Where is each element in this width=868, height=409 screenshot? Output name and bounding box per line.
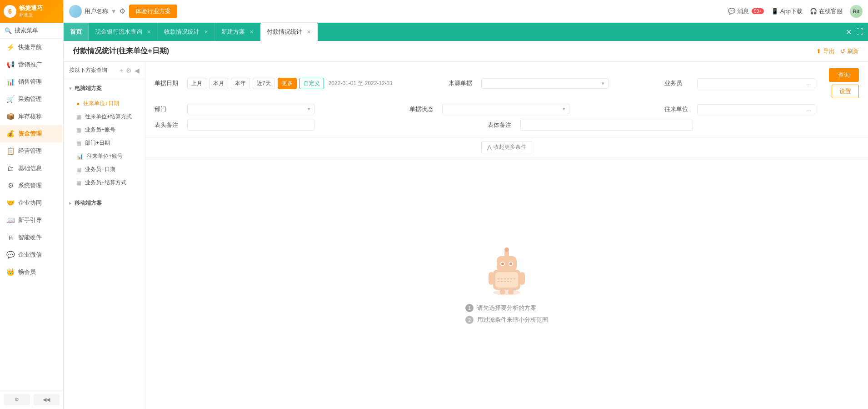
scheme-collapse-icon[interactable]: ◀ xyxy=(135,67,140,74)
voucher-status-label: 单据状态 xyxy=(409,105,435,113)
scheme-add-icon[interactable]: + xyxy=(120,67,123,74)
svg-rect-4 xyxy=(519,272,525,285)
chevron-down-icon[interactable]: ▾ xyxy=(112,7,115,15)
date-last-7days[interactable]: 近7天 xyxy=(253,78,275,89)
guide-icon: 📖 xyxy=(6,216,15,224)
tab-income-label: 收款情况统计 xyxy=(164,28,200,36)
topbar-settings-icon[interactable]: ⚙ xyxy=(119,7,125,15)
body-note-input[interactable] xyxy=(520,120,693,131)
tip-num-1: 1 xyxy=(465,304,474,312)
partner-select[interactable]: … xyxy=(697,104,815,114)
guide-label: 新手引导 xyxy=(18,216,42,224)
edition-label: 标准版 xyxy=(19,12,43,18)
system-icon: ⚙ xyxy=(6,182,15,190)
date-this-month[interactable]: 本月 xyxy=(209,78,228,89)
mobile-group-header[interactable]: ▸ 移动端方案 xyxy=(64,197,145,210)
notification-action[interactable]: 💬 消息 99+ xyxy=(728,7,764,15)
tab-new-scheme[interactable]: 新建方案 ✕ xyxy=(215,23,260,41)
tab-payment[interactable]: 付款情况统计 ✕ xyxy=(260,23,318,41)
desktop-chevron-icon: ▾ xyxy=(69,86,72,91)
tab-close-all-icon[interactable]: ✕ xyxy=(846,28,852,36)
tab-bank[interactable]: 现金银行流水查询 ✕ xyxy=(89,23,158,41)
scheme-item-label-5: 业务员+日期 xyxy=(85,166,115,173)
desktop-group-header[interactable]: ▾ 电脑端方案 xyxy=(64,82,145,95)
sidebar-item-enterprise[interactable]: 🤝 企业协同 xyxy=(0,194,63,212)
refresh-action[interactable]: ↺ 刷新 xyxy=(840,47,859,56)
svg-point-14 xyxy=(504,247,509,252)
tab-bar: 首页 现金银行流水查询 ✕ 收款情况统计 ✕ 新建方案 ✕ 付款情况统计 ✕ ✕… xyxy=(64,23,868,41)
scheme-item-partner-account[interactable]: 📊 往来单位+账号 xyxy=(64,150,145,163)
sidebar-item-sales[interactable]: 📊 销售管理 xyxy=(0,73,63,91)
sidebar-item-guide[interactable]: 📖 新手引导 xyxy=(0,212,63,229)
scheme-item-icon-2: ▦ xyxy=(76,127,81,133)
enterprise-label: 企业协同 xyxy=(18,199,42,207)
sidebar-item-hardware[interactable]: 🖥 智能硬件 xyxy=(0,229,63,246)
sidebar-settings-btn[interactable]: ⚙ xyxy=(4,394,30,405)
tab-income[interactable]: 收款情况统计 ✕ xyxy=(158,23,215,41)
scheme-item-staff-settle[interactable]: ▦ 业务员+结算方式 xyxy=(64,176,145,189)
tab-home[interactable]: 首页 xyxy=(64,23,89,41)
header-note-input[interactable] xyxy=(187,120,314,131)
sidebar-collapse-btn[interactable]: ◀◀ xyxy=(34,394,60,405)
tab-bank-close[interactable]: ✕ xyxy=(147,29,151,35)
refresh-label: 刷新 xyxy=(847,47,859,56)
sidebar-item-operations[interactable]: 📋 经营管理 xyxy=(0,142,63,160)
scheme-item-staff-date[interactable]: ▦ 业务员+日期 xyxy=(64,163,145,176)
date-this-year[interactable]: 本年 xyxy=(231,78,250,89)
sidebar-item-finance[interactable]: 💰 资金管理 xyxy=(0,125,63,142)
logo-text-block: 畅捷通巧 标准版 xyxy=(19,5,43,18)
scheme-item-dept-date[interactable]: ▦ 部门+日期 xyxy=(64,136,145,150)
sidebar: 6 畅捷通巧 标准版 🔍 搜索菜单 ⚡ 快捷导航 📢 营销推广 📊 销售管理 xyxy=(0,0,64,409)
tab-income-close[interactable]: ✕ xyxy=(204,29,208,35)
sidebar-item-basic-info[interactable]: 🗂 基础信息 xyxy=(0,160,63,177)
empty-tips: 1 请先选择要分析的方案 2 用过滤条件来缩小分析范围 xyxy=(465,304,548,324)
topbar-avatar[interactable]: Rit xyxy=(850,5,863,18)
sidebar-item-wechat[interactable]: 💬 企业微信 xyxy=(0,246,63,263)
header-note-label: 表头备注 xyxy=(155,121,180,129)
enterprise-icon: 🤝 xyxy=(6,199,15,207)
staff-select[interactable]: … xyxy=(697,78,815,88)
purchase-label: 采购管理 xyxy=(18,95,42,103)
app-download-action[interactable]: 📱 App下载 xyxy=(771,7,803,15)
collapse-btn[interactable]: ⋀ 收起更多条件 xyxy=(481,141,532,153)
basic-info-label: 基础信息 xyxy=(18,164,42,172)
sidebar-item-system[interactable]: ⚙ 系统管理 xyxy=(0,177,63,194)
user-avatar xyxy=(69,5,82,18)
service-action[interactable]: 🎧 在线客服 xyxy=(810,7,843,15)
date-options: 上月 本月 本年 近7天 更多 自定义 2022-01-01 至 2022-12… xyxy=(187,78,393,89)
voucher-status-select[interactable]: ▾ xyxy=(442,104,569,114)
dept-select[interactable]: ▾ xyxy=(187,104,314,114)
desktop-scheme-group: ▾ 电脑端方案 ● 往来单位+日期 ▦ 往来单位+结算方式 xyxy=(64,79,145,194)
tip-num-2: 2 xyxy=(465,316,474,324)
scheme-settings-icon[interactable]: ⚙ xyxy=(126,67,132,74)
operations-label: 经营管理 xyxy=(18,147,42,155)
sidebar-item-member[interactable]: 👑 畅会员 xyxy=(0,263,63,281)
marketing-icon: 📢 xyxy=(6,61,15,69)
sidebar-item-purchase[interactable]: 🛒 采购管理 xyxy=(0,91,63,108)
trial-btn[interactable]: 体验行业方案 xyxy=(129,5,177,18)
operations-icon: 📋 xyxy=(6,147,15,155)
svg-rect-5 xyxy=(500,290,505,294)
query-btn[interactable]: 查询 xyxy=(829,68,859,82)
sidebar-item-inventory[interactable]: 📦 库存核算 xyxy=(0,108,63,125)
tab-new-scheme-close[interactable]: ✕ xyxy=(249,29,254,35)
tab-payment-close[interactable]: ✕ xyxy=(307,29,311,35)
scheme-item-staff-account[interactable]: ▦ 业务员+账号 xyxy=(64,123,145,136)
source-select[interactable]: ▾ xyxy=(481,78,609,89)
search-menu[interactable]: 🔍 搜索菜单 xyxy=(0,23,63,39)
hardware-label: 智能硬件 xyxy=(18,233,42,242)
scheme-item-partner-settle[interactable]: ▦ 往来单位+结算方式 xyxy=(64,110,145,123)
export-action[interactable]: ⬆ 导出 xyxy=(816,47,835,56)
settings-btn[interactable]: 设置 xyxy=(832,85,859,98)
collapse-icon: ⋀ xyxy=(487,144,492,151)
tab-expand-icon[interactable]: ⛶ xyxy=(856,28,863,36)
date-more[interactable]: 更多 xyxy=(278,78,297,89)
date-custom[interactable]: 自定义 xyxy=(299,78,324,89)
date-last-month[interactable]: 上月 xyxy=(187,78,206,89)
scheme-item-partner-date[interactable]: ● 往来单位+日期 xyxy=(64,97,145,110)
sidebar-item-quick-nav[interactable]: ⚡ 快捷导航 xyxy=(0,39,63,56)
filter-actions: 查询 设置 xyxy=(823,68,859,98)
sidebar-item-marketing[interactable]: 📢 营销推广 xyxy=(0,56,63,73)
user-info: 用户名称 xyxy=(69,5,108,18)
topbar-user-text: Rit xyxy=(853,9,860,14)
